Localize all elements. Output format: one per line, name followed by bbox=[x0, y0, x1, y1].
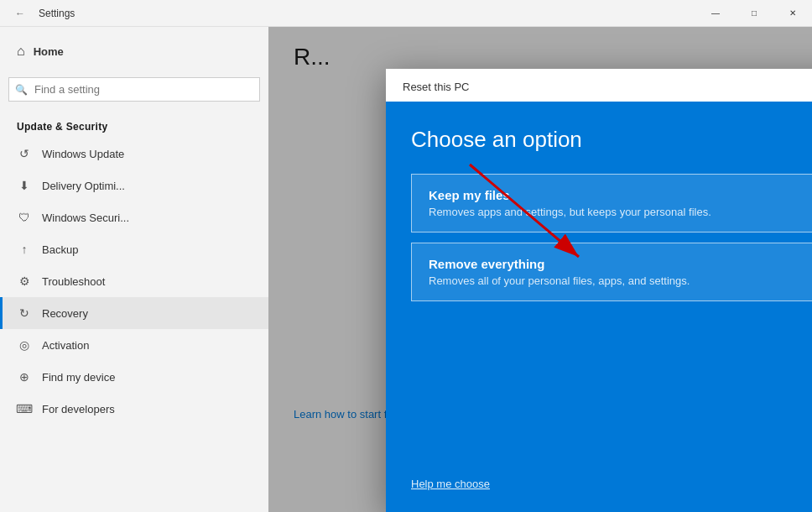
sidebar-item-find-device[interactable]: ⊕ Find my device bbox=[0, 361, 268, 393]
sidebar-item-label: Activation bbox=[42, 339, 89, 352]
minimize-button[interactable]: — bbox=[696, 0, 735, 27]
section-title: Update & Security bbox=[0, 114, 268, 138]
sidebar-item-label: Delivery Optimi... bbox=[42, 180, 125, 192]
sidebar-item-delivery-opt[interactable]: ⬇ Delivery Optimi... bbox=[0, 170, 268, 201]
windows-update-icon: ↺ bbox=[17, 146, 32, 161]
for-developers-icon: ⌨ bbox=[17, 401, 32, 416]
search-box: 🔍 bbox=[8, 77, 260, 102]
home-icon: ⌂ bbox=[17, 44, 25, 59]
sidebar-item-recovery[interactable]: ↻ Recovery bbox=[0, 297, 268, 329]
option-remove-everything[interactable]: Remove everything Removes all of your pe… bbox=[411, 243, 812, 301]
windows-security-icon: 🛡 bbox=[17, 210, 32, 225]
main-layout: ⌂ Home 🔍 Update & Security ↺ Windows Upd… bbox=[0, 27, 812, 512]
window-controls: — □ ✕ bbox=[696, 0, 812, 27]
find-device-icon: ⊕ bbox=[17, 369, 32, 384]
nav-controls: ← bbox=[8, 2, 32, 25]
sidebar-item-windows-security[interactable]: 🛡 Windows Securi... bbox=[0, 201, 268, 233]
activation-icon: ◎ bbox=[17, 337, 32, 353]
sidebar-item-label: For developers bbox=[42, 403, 115, 415]
sidebar-item-label: Windows Securi... bbox=[42, 212, 129, 224]
modal-body: Choose an option Keep my files Removes a… bbox=[386, 102, 812, 454]
modal-dialog: Reset this PC Choose an option Keep my f… bbox=[386, 69, 812, 512]
close-button[interactable]: ✕ bbox=[773, 0, 812, 27]
sidebar-item-label: Windows Update bbox=[42, 148, 124, 160]
sidebar-item-label: Recovery bbox=[42, 307, 88, 320]
option-keep-files-title: Keep my files bbox=[429, 188, 812, 202]
sidebar-item-label: Backup bbox=[42, 243, 78, 256]
modal-title-bar: Reset this PC bbox=[386, 69, 812, 102]
help-link[interactable]: Help me choose bbox=[411, 478, 490, 490]
maximize-button[interactable]: □ bbox=[735, 0, 773, 27]
search-icon: 🔍 bbox=[15, 84, 28, 96]
option-remove-everything-desc: Removes all of your personal files, apps… bbox=[429, 274, 812, 287]
home-label: Home bbox=[34, 45, 64, 58]
sidebar-item-backup[interactable]: ↑ Backup bbox=[0, 233, 268, 265]
home-nav[interactable]: ⌂ Home bbox=[0, 27, 268, 77]
troubleshoot-icon: ⚙ bbox=[17, 274, 32, 289]
sidebar-item-troubleshoot[interactable]: ⚙ Troubleshoot bbox=[0, 265, 268, 297]
content-area: R... Learn how to start fresh with a cle… bbox=[268, 27, 812, 512]
title-bar-left: ← Settings bbox=[8, 2, 75, 25]
modal-heading: Choose an option bbox=[411, 127, 812, 153]
backup-icon: ↑ bbox=[17, 242, 32, 257]
back-button[interactable]: ← bbox=[8, 2, 32, 25]
search-input[interactable] bbox=[8, 77, 260, 102]
option-keep-files[interactable]: Keep my files Removes apps and settings,… bbox=[411, 174, 812, 232]
sidebar: ⌂ Home 🔍 Update & Security ↺ Windows Upd… bbox=[0, 27, 268, 512]
title-bar: ← Settings — □ ✕ bbox=[0, 0, 812, 27]
option-remove-everything-title: Remove everything bbox=[429, 257, 812, 271]
sidebar-item-for-developers[interactable]: ⌨ For developers bbox=[0, 393, 268, 425]
delivery-opt-icon: ⬇ bbox=[17, 178, 32, 193]
recovery-icon: ↻ bbox=[17, 306, 32, 321]
option-keep-files-desc: Removes apps and settings, but keeps you… bbox=[429, 206, 812, 218]
modal-footer: Help me choose Cancel bbox=[386, 454, 812, 512]
window-title: Settings bbox=[39, 8, 75, 19]
sidebar-item-label: Find my device bbox=[42, 371, 115, 384]
sidebar-item-label: Troubleshoot bbox=[42, 275, 105, 288]
sidebar-item-windows-update[interactable]: ↺ Windows Update bbox=[0, 138, 268, 170]
sidebar-item-activation[interactable]: ◎ Activation bbox=[0, 329, 268, 361]
